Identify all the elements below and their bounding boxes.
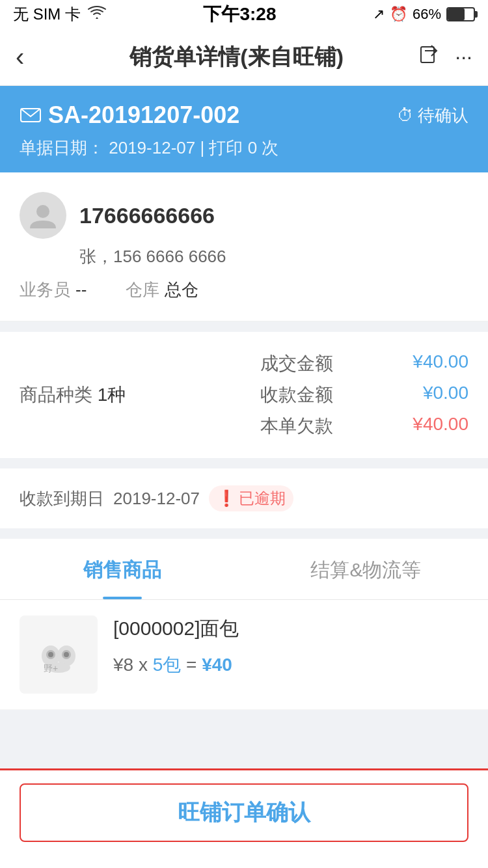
status-icons: ↗ ⏰ 66%	[373, 6, 475, 23]
quantity: 5包	[153, 655, 182, 675]
alarm-icon: ⏰	[390, 6, 407, 23]
share-icon[interactable]	[418, 43, 442, 72]
page-title: 销货单详情(来自旺铺)	[55, 42, 418, 72]
tabs-row: 销售商品 结算&物流等	[0, 539, 488, 600]
order-id: SA-20191207-002	[20, 102, 239, 129]
product-type-area: 商品种类 1种	[20, 383, 126, 407]
tab-settlement[interactable]: 结算&物流等	[244, 539, 488, 599]
nav-actions: ···	[418, 43, 472, 72]
salesperson-value: --	[75, 280, 87, 300]
customer-meta: 业务员 -- 仓库 总仓	[20, 278, 468, 301]
product-thumbnail: 野+	[20, 616, 98, 694]
debt-amount-value: ¥40.00	[413, 414, 468, 439]
tabs-section: 销售商品 结算&物流等 野+ [0000002]面包 ¥8 x	[0, 539, 488, 710]
product-item: 野+ [0000002]面包 ¥8 x 5包 = ¥40	[0, 600, 488, 710]
received-amount-label: 收款金额	[260, 383, 333, 407]
location-icon: ↗	[373, 6, 385, 23]
debt-amount-row: 本单欠款 ¥40.00	[260, 414, 468, 439]
overdue-badge: ❗ 已逾期	[209, 485, 293, 511]
multiply-sign: x	[139, 655, 153, 675]
deal-amount-value: ¥40.00	[413, 351, 468, 376]
more-icon[interactable]: ···	[455, 45, 472, 69]
received-amount-value: ¥0.00	[423, 383, 468, 407]
product-type-value: 1种	[98, 385, 126, 405]
svg-point-9	[64, 652, 69, 657]
overdue-icon: ❗	[217, 489, 236, 508]
customer-name-info: 张，156 6666 6666	[79, 245, 468, 268]
tab-products[interactable]: 销售商品	[0, 539, 244, 599]
amount-section: 商品种类 1种 成交金额 ¥40.00 收款金额 ¥0.00 本单欠款 ¥40.…	[0, 332, 488, 458]
amount-items: 成交金额 ¥40.00 收款金额 ¥0.00 本单欠款 ¥40.00	[260, 351, 468, 439]
battery-icon	[446, 7, 475, 21]
back-button[interactable]: ‹	[16, 42, 55, 72]
total-price: ¥40	[202, 655, 232, 675]
deal-amount-label: 成交金额	[260, 351, 333, 376]
received-amount-row: 收款金额 ¥0.00	[260, 383, 468, 407]
status-carrier-area: 无 SIM 卡	[13, 4, 107, 25]
product-price: ¥8 x 5包 = ¥40	[113, 653, 468, 677]
nav-bar: ‹ 销货单详情(来自旺铺) ···	[0, 29, 488, 86]
due-date-label: 收款到期日	[20, 487, 104, 510]
avatar	[20, 192, 66, 239]
warehouse-item: 仓库 总仓	[126, 278, 198, 301]
customer-phone: 17666666666	[79, 203, 215, 228]
due-date-value: 2019-12-07	[113, 489, 200, 509]
product-type-label: 商品种类	[20, 385, 92, 405]
wifi-icon	[87, 5, 107, 23]
svg-point-3	[36, 205, 49, 218]
svg-text:野+: 野+	[44, 663, 58, 673]
debt-amount-label: 本单欠款	[260, 414, 333, 439]
overdue-text: 已逾期	[239, 488, 286, 509]
order-inbox-icon	[20, 102, 42, 129]
due-date-section: 收款到期日 2019-12-07 ❗ 已逾期	[0, 468, 488, 528]
clock-icon: ⏱	[397, 105, 414, 126]
status-bar: 无 SIM 卡 下午3:28 ↗ ⏰ 66%	[0, 0, 488, 29]
bottom-action-area: 旺铺订单确认	[0, 768, 488, 868]
warehouse-value: 总仓	[165, 278, 198, 301]
equals-sign: =	[186, 655, 202, 675]
confirm-order-button[interactable]: 旺铺订单确认	[20, 783, 468, 842]
salesperson-item: 业务员 --	[20, 278, 87, 301]
product-name: [0000002]面包	[113, 616, 468, 642]
order-header: SA-20191207-002 ⏱ 待确认 单据日期： 2019-12-07 |…	[0, 86, 488, 172]
deal-amount-row: 成交金额 ¥40.00	[260, 351, 468, 376]
status-time: 下午3:28	[203, 2, 276, 27]
warehouse-label: 仓库	[126, 278, 159, 301]
product-info: [0000002]面包 ¥8 x 5包 = ¥40	[113, 616, 468, 694]
customer-section: 17666666666 张，156 6666 6666 业务员 -- 仓库 总仓	[0, 172, 488, 321]
svg-point-8	[48, 652, 53, 657]
salesperson-label: 业务员	[20, 278, 70, 301]
order-date-info: 单据日期： 2019-12-07 | 打印 0 次	[20, 137, 468, 159]
unit-price: ¥8	[113, 655, 133, 675]
order-status: ⏱ 待确认	[397, 104, 468, 127]
carrier-text: 无 SIM 卡	[13, 4, 81, 25]
battery-percentage: 66%	[413, 6, 441, 23]
